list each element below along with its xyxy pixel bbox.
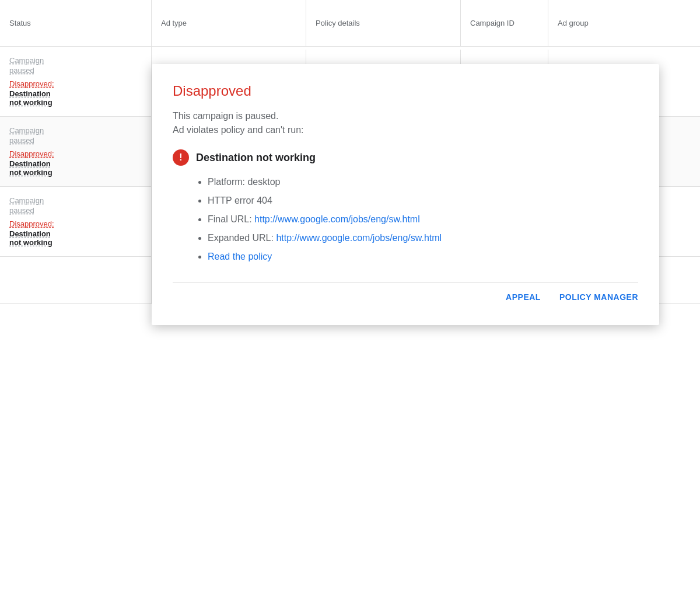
- column-campaign: Campaign ID: [461, 0, 548, 46]
- list-item: Final URL: http://www.google.com/jobs/en…: [208, 212, 638, 226]
- status-paused: paused: [9, 66, 142, 75]
- popup-issue-title: Destination not working: [196, 152, 316, 164]
- bottom-status: [0, 257, 152, 303]
- error-icon: !: [173, 149, 189, 166]
- column-status: Status: [0, 0, 152, 46]
- popup-subtitle2: Ad violates policy and can't run:: [173, 125, 638, 135]
- status-not-working[interactable]: not working: [9, 168, 142, 177]
- status-campaign: Campaign: [9, 196, 142, 205]
- list-item: HTTP error 404: [208, 194, 638, 208]
- appeal-button[interactable]: APPEAL: [506, 288, 541, 306]
- final-url-link[interactable]: http://www.google.com/jobs/eng/sw.html: [254, 214, 420, 224]
- bullet-final-url-prefix: Final URL:: [208, 214, 254, 224]
- status-campaign: Campaign: [9, 126, 142, 135]
- popup-title: Disapproved: [173, 83, 638, 99]
- status-destination[interactable]: Destination: [9, 229, 142, 238]
- popup-subtitle1: This campaign is paused.: [173, 111, 638, 121]
- status-not-working[interactable]: not working: [9, 238, 142, 247]
- read-policy-link[interactable]: Read the policy: [208, 252, 272, 261]
- row1-status: Campaign paused Disapproved: Destination…: [0, 47, 152, 116]
- status-disapproved[interactable]: Disapproved:: [9, 79, 142, 88]
- table-container: Status Ad type Policy details Campaign I…: [0, 0, 700, 590]
- status-destination[interactable]: Destination: [9, 89, 142, 98]
- status-paused: paused: [9, 136, 142, 145]
- column-policy: Policy details: [306, 0, 461, 46]
- popup-list: Platform: desktop HTTP error 404 Final U…: [208, 175, 638, 264]
- status-not-working[interactable]: not working: [9, 98, 142, 107]
- bullet-expanded-url-prefix: Expanded URL:: [208, 233, 276, 243]
- status-disapproved[interactable]: Disapproved:: [9, 149, 142, 158]
- adtype-header-label: Ad type: [161, 19, 187, 27]
- policy-manager-button[interactable]: POLICY MANAGER: [559, 288, 638, 306]
- column-adtype: Ad type: [152, 0, 306, 46]
- status-header-label: Status: [9, 19, 31, 27]
- row3-status: Campaign paused Disapproved: Destination…: [0, 187, 152, 256]
- bullet-http-error: HTTP error 404: [208, 195, 272, 205]
- policy-popup: Disapproved This campaign is paused. Ad …: [152, 64, 659, 325]
- status-destination[interactable]: Destination: [9, 159, 142, 168]
- list-item: Read the policy: [208, 250, 638, 264]
- list-item: Platform: desktop: [208, 175, 638, 189]
- bullet-platform: Platform: desktop: [208, 177, 281, 187]
- table-header: Status Ad type Policy details Campaign I…: [0, 0, 700, 47]
- list-item: Expanded URL: http://www.google.com/jobs…: [208, 231, 638, 245]
- column-adgroup: Ad group: [548, 0, 700, 46]
- popup-actions: APPEAL POLICY MANAGER: [173, 282, 638, 306]
- campaign-header-label: Campaign ID: [470, 19, 514, 27]
- policy-header-label: Policy details: [316, 19, 360, 27]
- status-campaign: Campaign: [9, 56, 142, 65]
- adgroup-header-label: Ad group: [558, 19, 589, 27]
- expanded-url-link[interactable]: http://www.google.com/jobs/eng/sw.html: [276, 233, 442, 243]
- status-disapproved[interactable]: Disapproved:: [9, 219, 142, 228]
- popup-issue-header: ! Destination not working: [173, 149, 638, 166]
- row2-status: Campaign paused Disapproved: Destination…: [0, 117, 152, 186]
- status-paused: paused: [9, 206, 142, 215]
